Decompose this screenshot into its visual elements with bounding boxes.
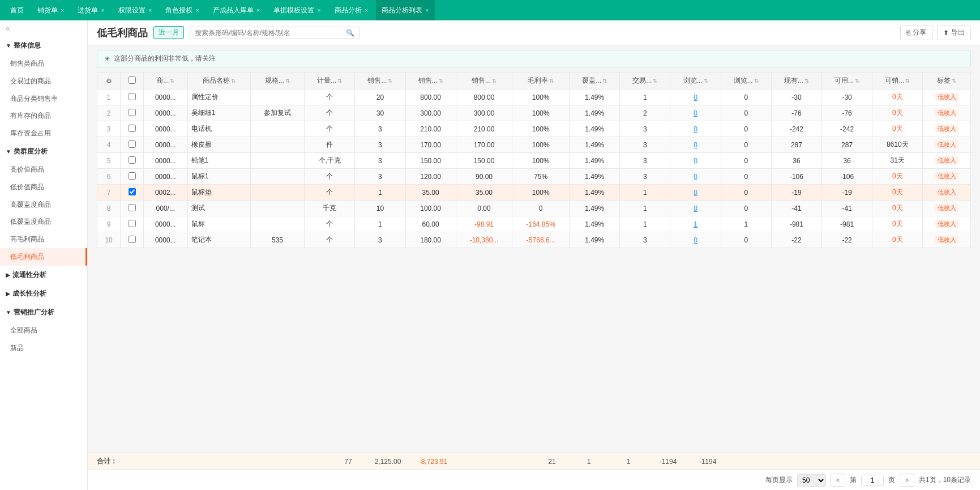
close-icon[interactable]: × xyxy=(61,0,64,20)
row-sellable: 0天 xyxy=(872,232,923,248)
sidebar-item-sales-products[interactable]: 销售类商品 xyxy=(0,55,87,73)
row-name[interactable]: 鼠标1 xyxy=(187,169,250,185)
table-row: 7 0002... 鼠标垫 个 1 35.00 35.00 100% 1.49%… xyxy=(97,185,971,201)
row-name[interactable]: 铅笔1 xyxy=(187,153,250,169)
nav-product-analysis[interactable]: 商品分析 × xyxy=(329,0,374,20)
close-icon[interactable]: × xyxy=(101,0,104,20)
row-select-checkbox[interactable] xyxy=(129,220,136,227)
sidebar-item-stocked-products[interactable]: 有库存的商品 xyxy=(0,107,87,125)
close-icon[interactable]: × xyxy=(365,0,368,20)
search-icon[interactable]: 🔍 xyxy=(346,29,354,37)
sidebar-item-high-margin[interactable]: 高毛利商品 xyxy=(0,231,87,248)
row-select-checkbox[interactable] xyxy=(129,188,136,195)
sidebar-item-traded-products[interactable]: 交易过的商品 xyxy=(0,73,87,90)
row-name[interactable]: 橡皮擦 xyxy=(187,137,250,153)
row-name[interactable]: 鼠标垫 xyxy=(187,185,250,201)
sidebar-group-cluster[interactable]: ▼ 类群度分析 xyxy=(0,142,87,161)
row-browse1[interactable]: 1 xyxy=(670,216,721,232)
row-coverage: 1.49% xyxy=(570,169,620,185)
nav-product-analysis-list[interactable]: 商品分析列表 × xyxy=(376,0,434,20)
sidebar-group-marketing[interactable]: ▼ 营销推广分析 xyxy=(0,303,87,322)
row-checkbox[interactable] xyxy=(121,216,144,232)
nav-permissions[interactable]: 权限设置 × xyxy=(113,0,157,20)
sidebar-item-low-value[interactable]: 低价值商品 xyxy=(0,178,87,196)
close-icon[interactable]: × xyxy=(148,0,152,20)
row-browse1[interactable]: 0 xyxy=(670,90,721,105)
row-checkbox[interactable] xyxy=(121,169,144,185)
per-page-select[interactable]: 50 100 xyxy=(797,474,826,487)
row-select-checkbox[interactable] xyxy=(129,204,136,211)
row-name[interactable]: 电话机 xyxy=(187,121,250,137)
sidebar-item-inventory-capital[interactable]: 库存资金占用 xyxy=(0,125,87,142)
th-settings[interactable]: ⚙ xyxy=(97,73,121,90)
close-icon[interactable]: × xyxy=(195,0,199,20)
row-sellable: 0天 xyxy=(872,216,923,232)
sidebar-item-low-coverage[interactable]: 低覆盖度商品 xyxy=(0,213,87,231)
row-checkbox[interactable] xyxy=(121,90,144,105)
prev-page-button[interactable]: ＜ xyxy=(831,474,845,487)
sidebar-item-high-coverage[interactable]: 高覆盖度商品 xyxy=(0,196,87,214)
row-name[interactable]: 鼠标 xyxy=(187,216,250,232)
nav-template-settings[interactable]: 单据模板设置 × xyxy=(268,0,326,20)
nav-product-inbound[interactable]: 产成品入库单 × xyxy=(207,0,266,20)
row-browse1[interactable]: 0 xyxy=(670,232,721,248)
row-name[interactable]: 笔记本 xyxy=(187,232,250,248)
row-name[interactable]: 属性定价 xyxy=(187,90,250,105)
sidebar-group-circulation[interactable]: ▶ 流通性分析 xyxy=(0,266,87,284)
next-page-button[interactable]: ＞ xyxy=(900,474,914,487)
row-select-checkbox[interactable] xyxy=(129,156,136,164)
close-icon[interactable]: × xyxy=(317,0,320,20)
row-transaction: 2 xyxy=(620,105,670,121)
sidebar-item-high-value[interactable]: 高价值商品 xyxy=(0,161,87,178)
row-gross-margin: 100% xyxy=(512,90,570,105)
row-browse2: 0 xyxy=(721,105,771,121)
close-icon[interactable]: × xyxy=(425,0,429,20)
sidebar-item-new-products[interactable]: 新品 xyxy=(0,339,87,357)
collapse-sidebar-button[interactable]: « xyxy=(3,23,12,34)
sidebar-group-growth[interactable]: ▶ 成长性分析 xyxy=(0,284,87,303)
sidebar-group-overall[interactable]: ▼ 整体信息 xyxy=(0,36,87,55)
nav-sales[interactable]: 销货单 × xyxy=(32,0,70,20)
row-name[interactable]: 测试 xyxy=(187,201,250,216)
row-available: -106 xyxy=(822,169,872,185)
row-browse1[interactable]: 0 xyxy=(670,137,721,153)
row-checkbox[interactable] xyxy=(121,185,144,201)
row-browse1[interactable]: 0 xyxy=(670,153,721,169)
row-checkbox[interactable] xyxy=(121,232,144,248)
row-checkbox[interactable] xyxy=(121,137,144,153)
row-select-checkbox[interactable] xyxy=(129,172,136,180)
select-all-checkbox[interactable] xyxy=(129,76,136,84)
row-checkbox[interactable] xyxy=(121,121,144,137)
row-browse1[interactable]: 0 xyxy=(670,121,721,137)
row-browse1[interactable]: 0 xyxy=(670,105,721,121)
row-select-checkbox[interactable] xyxy=(129,125,136,132)
row-browse1[interactable]: 0 xyxy=(670,169,721,185)
share-button[interactable]: ⎘ 分享 xyxy=(900,25,932,40)
row-select-checkbox[interactable] xyxy=(129,109,136,116)
row-name[interactable]: 吴细细1 xyxy=(187,105,250,121)
nav-roles[interactable]: 角色授权 × xyxy=(160,0,204,20)
nav-purchase[interactable]: 进货单 × xyxy=(72,0,110,20)
date-range-tag[interactable]: 近一月 xyxy=(153,26,184,39)
nav-home[interactable]: 首页 xyxy=(5,0,29,20)
page-input[interactable] xyxy=(861,475,884,486)
row-browse1[interactable]: 0 xyxy=(670,201,721,216)
sidebar-item-category-sales-rate[interactable]: 商品分类销售率 xyxy=(0,90,87,108)
row-checkbox[interactable] xyxy=(121,153,144,169)
sidebar-item-low-margin[interactable]: 低毛利商品 xyxy=(0,248,87,266)
row-select-checkbox[interactable] xyxy=(129,236,136,243)
row-num: 5 xyxy=(97,153,121,169)
search-input[interactable] xyxy=(195,29,346,37)
row-spec xyxy=(250,185,304,201)
row-browse2: 0 xyxy=(721,169,771,185)
row-browse1[interactable]: 0 xyxy=(670,185,721,201)
row-checkbox[interactable] xyxy=(121,105,144,121)
row-checkbox[interactable] xyxy=(121,201,144,216)
row-select-checkbox[interactable] xyxy=(129,140,136,148)
row-unit: 个 xyxy=(305,121,355,137)
sidebar-item-all-products[interactable]: 全部商品 xyxy=(0,322,87,339)
export-button[interactable]: ⬆ 导出 xyxy=(937,25,971,40)
close-icon[interactable]: × xyxy=(256,0,260,20)
th-checkbox[interactable] xyxy=(121,73,144,90)
row-select-checkbox[interactable] xyxy=(129,93,136,100)
